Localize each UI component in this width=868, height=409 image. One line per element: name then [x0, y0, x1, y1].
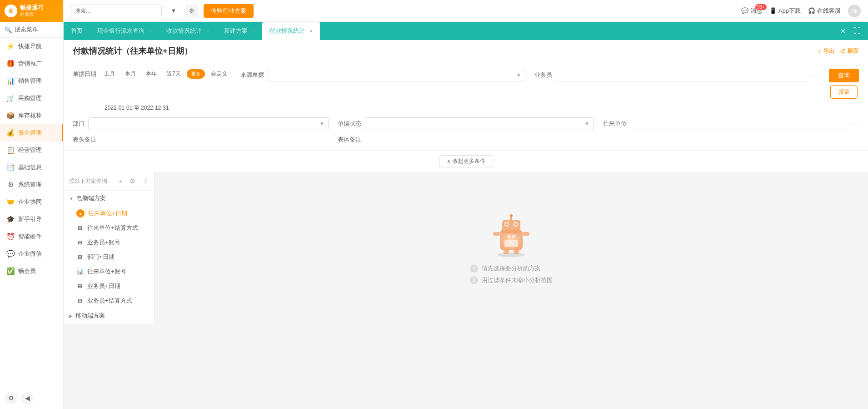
scheme-item-staff-settle[interactable]: ⊞ 业务员+结算方式	[64, 293, 154, 308]
sidebar-item-member[interactable]: ✅ 畅会员	[0, 263, 63, 280]
content-area: 按以下方案查询 + ⚙ 《 ▼ 电脑端方案 ● 往来单位+日期	[64, 172, 868, 323]
sidebar-item-label: 企业微信	[18, 250, 42, 258]
marketing-icon: 🎁	[6, 60, 15, 68]
related-unit-input[interactable]	[630, 117, 847, 130]
sidebar-item-guide[interactable]: 🎓 新手引导	[0, 211, 63, 228]
scheme-item-unit-account[interactable]: 📊 往来单位+账号	[64, 264, 154, 279]
refresh-button[interactable]: ↺ 刷新	[840, 47, 859, 55]
date-btn-this-year[interactable]: 本年	[142, 69, 161, 79]
sidebar-item-label: 企业协同	[18, 198, 42, 206]
sidebar-item-quick-nav[interactable]: ⚡ 快捷导航	[0, 38, 63, 55]
scheme-item-staff-account[interactable]: ⊞ 业务员+账号	[64, 235, 154, 250]
collapse-more-button[interactable]: ∧ 收起更多条件	[439, 155, 493, 167]
message-button[interactable]: 💬 消息 99+	[741, 7, 762, 15]
sidebar-item-label: 库存核算	[18, 111, 42, 120]
header-dropdown-button[interactable]: ▼	[167, 5, 180, 17]
tab-close-all-button[interactable]: ✕	[837, 25, 848, 36]
scheme-settings-button[interactable]: ⚙	[128, 177, 137, 186]
system-icon: ⚙	[6, 181, 15, 189]
tab-new-scheme-label: 新建方案	[224, 27, 248, 35]
search-icon: 🔍	[5, 26, 12, 33]
svg-rect-9	[493, 232, 500, 236]
date-options: 上月 本月 本年 近7天 更多 自定义	[100, 69, 231, 79]
scheme-item-icon: ⊞	[76, 297, 84, 304]
scheme-item-label: 业务员+日期	[87, 282, 120, 290]
main-area: ▼ ⚙ 体验行业方案 💬 消息 99+ 📱 App下载 🎧 在线客服 Rit	[64, 0, 868, 409]
tab-collection-stats-close[interactable]: ×	[206, 28, 209, 34]
sidebar-item-hardware[interactable]: ⏰ 智能硬件	[0, 228, 63, 245]
tip-num-2: 2	[470, 276, 478, 284]
sidebar-item-wechat[interactable]: 💬 企业微信	[0, 245, 63, 263]
tab-bank-flow-label: 现金银行流水查询	[97, 27, 145, 35]
date-btn-7days[interactable]: 近7天	[163, 69, 185, 79]
date-btn-more[interactable]: 更多	[187, 69, 205, 79]
related-unit-more-button[interactable]: ···	[850, 120, 859, 128]
refresh-icon: ↺	[840, 48, 845, 55]
sidebar-item-label: 销售管理	[18, 77, 42, 85]
voucher-status-select[interactable]: ▼	[365, 117, 594, 130]
scheme-item-staff-date[interactable]: ⊞ 业务员+日期	[64, 279, 154, 293]
scheme-item-icon: ⊞	[76, 239, 84, 246]
tab-payment-stats[interactable]: 付款情况统计 ×	[262, 22, 319, 40]
sidebar-item-finance[interactable]: 💰 资金管理	[0, 124, 63, 141]
app-icon: 📱	[769, 7, 777, 14]
query-button[interactable]: 查询	[829, 69, 859, 82]
tab-maximize-button[interactable]: ⛶	[852, 25, 863, 36]
scheme-add-button[interactable]: +	[116, 177, 125, 186]
user-avatar[interactable]: Rit	[848, 5, 861, 17]
sidebar-logo: 6	[5, 5, 17, 17]
sidebar-item-system[interactable]: ⚙ 系统管理	[0, 176, 63, 193]
inventory-icon: 📦	[6, 111, 15, 120]
tab-collection-stats[interactable]: 收款情况统计 ×	[159, 22, 216, 40]
tab-bank-flow[interactable]: 现金银行流水查询 ×	[90, 22, 159, 40]
online-service-button[interactable]: 🎧 在线客服	[808, 7, 841, 15]
dept-label: 部门	[73, 120, 85, 128]
scheme-item-unit-date[interactable]: ● 往来单位+日期	[64, 206, 154, 221]
scheme-item-unit-settle[interactable]: ⊞ 往来单位+结算方式	[64, 221, 154, 235]
purchase-icon: 🛒	[6, 94, 15, 102]
scheme-item-dept-date[interactable]: ⊞ 部门+日期	[64, 250, 154, 264]
sidebar-settings-button[interactable]: ⚙	[5, 392, 17, 404]
sidebar-item-enterprise[interactable]: 🤝 企业协同	[0, 193, 63, 211]
sidebar-item-inventory[interactable]: 📦 库存核算	[0, 107, 63, 124]
pc-scheme-group-header[interactable]: ▼ 电脑端方案	[64, 191, 154, 206]
search-menu[interactable]: 🔍 搜索菜单	[0, 22, 63, 38]
tab-new-scheme-close[interactable]: ×	[252, 28, 255, 34]
filter-settings-button[interactable]: 设置	[830, 85, 858, 99]
sidebar-header: 6 畅捷通巧 标准版	[0, 0, 63, 22]
sidebar-item-marketing[interactable]: 🎁 营销推广	[0, 55, 63, 72]
sidebar-collapse-button[interactable]: ◀	[21, 392, 34, 404]
mobile-scheme-group-header[interactable]: ▶ 移动端方案	[64, 308, 154, 323]
table-body-note-label: 表体备注	[338, 136, 361, 144]
tab-home[interactable]: 首页	[64, 22, 90, 40]
salesperson-input[interactable]	[556, 69, 807, 81]
app-download-button[interactable]: 📱 App下载	[769, 7, 801, 15]
tab-bank-flow-close[interactable]: ×	[149, 28, 152, 34]
scheme-item-icon: ⊞	[76, 283, 84, 290]
sidebar-item-operations[interactable]: 📋 经营管理	[0, 141, 63, 159]
date-btn-this-month[interactable]: 本月	[121, 69, 140, 79]
header-search-input[interactable]	[71, 5, 162, 17]
trial-industry-button[interactable]: 体验行业方案	[204, 4, 254, 18]
dept-select[interactable]: ▼	[88, 117, 329, 130]
scheme-item-label: 往来单位+结算方式	[87, 224, 138, 232]
tab-payment-stats-close[interactable]: ×	[309, 28, 312, 34]
export-button[interactable]: ↑ 导出	[818, 47, 835, 55]
finance-icon: 💰	[6, 129, 15, 137]
sidebar-item-sales[interactable]: 📊 销售管理	[0, 72, 63, 90]
sidebar-item-purchase[interactable]: 🛒 采购管理	[0, 90, 63, 107]
svg-point-5	[506, 223, 508, 225]
salesperson-more-button[interactable]: ···	[811, 71, 820, 79]
collapse-section: ∧ 收起更多条件	[64, 150, 868, 172]
basic-info-icon: 📑	[6, 163, 15, 172]
date-btn-last-month[interactable]: 上月	[100, 69, 119, 79]
scheme-item-label: 业务员+账号	[87, 238, 120, 247]
sidebar-item-basic-info[interactable]: 📑 基础信息	[0, 159, 63, 176]
sidebar-item-label: 基础信息	[18, 163, 42, 172]
scheme-collapse-button[interactable]: 《	[140, 177, 149, 186]
source-select[interactable]: ▼	[268, 69, 526, 81]
header-settings-button[interactable]: ⚙	[185, 5, 198, 17]
tab-new-scheme[interactable]: 新建方案 ×	[217, 22, 262, 40]
logo-text: 6	[9, 7, 13, 15]
date-btn-custom[interactable]: 自定义	[207, 69, 231, 79]
